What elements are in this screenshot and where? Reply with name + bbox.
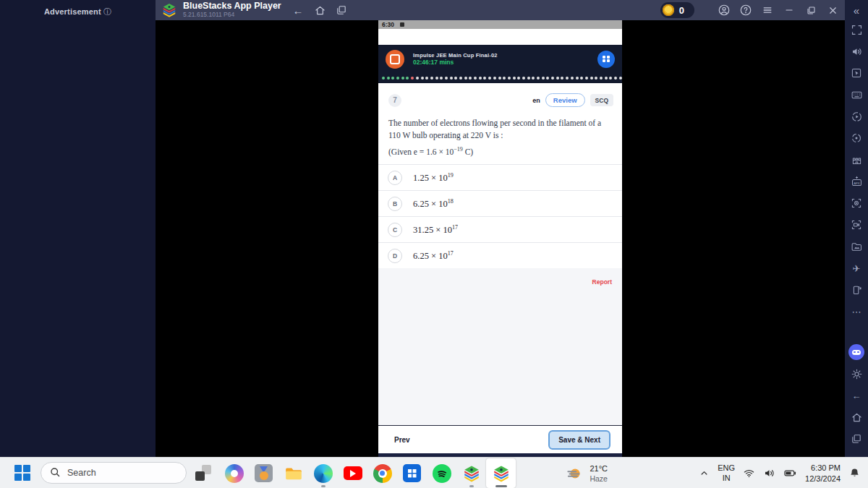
question-given: (Given e = 1.6 × 10−19 C) (378, 145, 622, 165)
review-button[interactable]: Review (545, 93, 585, 107)
progress-dot (411, 77, 414, 80)
discord-icon[interactable] (845, 341, 868, 363)
option-letter: A (388, 171, 402, 185)
minimize-icon[interactable] (783, 4, 796, 17)
progress-dot (450, 77, 453, 80)
option-row-a[interactable]: A 1.25 × 1019 (378, 164, 622, 190)
start-button[interactable] (14, 465, 31, 481)
taskbar-app-chrome[interactable] (367, 458, 397, 488)
progress-dot (421, 77, 424, 80)
option-row-b[interactable]: B 6.25 × 1018 (378, 190, 622, 216)
search-input[interactable] (41, 462, 187, 484)
taskbar-app-copilot[interactable] (219, 458, 249, 488)
progress-dot (479, 77, 482, 80)
windows-taskbar: 21°C Haze ENG IN 6:30 PM 12/3/2024 (0, 457, 868, 488)
option-value: 1.25 × 1019 (413, 172, 454, 184)
option-base: 6.25 × 10 (413, 199, 448, 209)
weather-condition: Haze (590, 474, 608, 483)
clock[interactable]: 6:30 PM 12/3/2024 (805, 463, 841, 484)
taskbar-app-bluestacks-active[interactable] (486, 458, 516, 488)
progress-dot (546, 77, 549, 80)
report-area: Report (378, 268, 622, 425)
chrome-icon (373, 464, 392, 483)
back-icon[interactable]: ← (292, 4, 305, 17)
advertisement-text: Advertisement (44, 7, 101, 16)
notification-bell-icon[interactable] (848, 467, 861, 479)
macro-recorder-icon[interactable] (845, 106, 868, 127)
progress-dot (382, 77, 385, 80)
progress-dot (508, 77, 511, 80)
svg-text:APK: APK (854, 181, 860, 184)
save-next-button[interactable]: Save & Next (548, 430, 610, 450)
progress-dot (513, 77, 516, 80)
more-tools-icon[interactable]: ⋯ (845, 301, 868, 322)
install-apk-icon[interactable]: APK (845, 171, 868, 192)
android-back-icon[interactable]: ← (845, 385, 868, 406)
info-icon[interactable]: ⓘ (103, 7, 111, 16)
language-indicator[interactable]: ENG IN (718, 463, 735, 484)
exam-timer: 02:46:17 mins (413, 59, 498, 67)
wifi-icon[interactable] (743, 467, 755, 479)
farm-mode-icon[interactable] (845, 149, 868, 171)
taskbar-app-spotify[interactable] (427, 458, 456, 488)
collapse-sidebar-icon[interactable]: « (854, 1, 859, 19)
question-palette-icon[interactable] (597, 51, 615, 68)
option-value: 6.25 × 1018 (413, 198, 454, 210)
volume-icon[interactable] (845, 40, 868, 62)
sync-icon[interactable] (845, 127, 868, 149)
option-letter: D (388, 249, 402, 263)
progress-dot (585, 77, 588, 80)
taskbar-app-medal[interactable] (249, 458, 278, 488)
progress-dot (425, 77, 428, 80)
taskbar-search[interactable] (41, 462, 187, 484)
screen-recorder-icon[interactable] (845, 214, 868, 236)
exam-stop-icon[interactable] (386, 50, 404, 69)
advertisement-label: Advertisementⓘ (0, 7, 156, 17)
coin-count: 0 (679, 5, 684, 16)
android-screen: 6:30 Impulse JEE Main Cup Final-02 02:46… (378, 20, 622, 457)
progress-dot (556, 77, 559, 80)
option-row-c[interactable]: C 31.25 × 1017 (378, 216, 622, 242)
report-link[interactable]: Report (592, 278, 612, 286)
question-text: The number of electrons flowing per seco… (378, 107, 622, 145)
multi-instance-icon[interactable] (335, 4, 348, 17)
coin-counter[interactable]: 0 (660, 2, 694, 18)
settings-gear-icon[interactable] (845, 363, 868, 385)
close-icon[interactable] (826, 4, 839, 17)
android-status-bar: 6:30 (378, 20, 622, 29)
speaker-icon[interactable] (763, 467, 775, 479)
home-icon[interactable] (313, 4, 326, 17)
task-view-icon[interactable] (195, 465, 211, 481)
progress-dot (498, 77, 501, 80)
android-recents-icon[interactable] (845, 428, 868, 450)
screenshot-icon[interactable] (845, 192, 868, 214)
option-row-d[interactable]: D 6.25 × 1017 (378, 242, 622, 268)
rotate-icon[interactable] (845, 279, 868, 301)
restore-icon[interactable] (804, 4, 817, 17)
battery-icon[interactable] (783, 466, 797, 480)
weather-temp: 21°C (590, 463, 608, 474)
location-icon[interactable]: ✈ (845, 257, 868, 279)
given-suffix: C) (463, 147, 473, 155)
taskbar-app-bluestacks[interactable] (456, 458, 486, 488)
taskbar-weather[interactable]: 21°C Haze (565, 458, 608, 488)
spotify-icon (433, 464, 451, 483)
taskbar-app-file-explorer[interactable] (278, 458, 308, 488)
game-controls-icon[interactable] (845, 62, 868, 84)
android-home-icon[interactable] (845, 406, 868, 428)
fullscreen-icon[interactable] (845, 19, 868, 40)
taskbar-app-edge[interactable] (308, 458, 338, 488)
option-letter: C (388, 223, 402, 237)
media-manager-icon[interactable] (845, 236, 868, 257)
tray-chevron-up-icon[interactable] (699, 468, 710, 479)
progress-dot (396, 77, 399, 80)
keyboard-controls-icon[interactable] (845, 84, 868, 106)
account-icon[interactable] (718, 4, 731, 17)
taskbar-app-youtube[interactable] (338, 458, 367, 488)
help-icon[interactable] (739, 4, 752, 17)
progress-dot (614, 77, 617, 80)
window-title-block: BlueStacks App Player 5.21.615.1011 P64 (183, 1, 281, 18)
prev-button[interactable]: Prev (390, 435, 414, 445)
menu-icon[interactable] (761, 4, 774, 17)
taskbar-app-ms-store[interactable] (397, 458, 427, 488)
